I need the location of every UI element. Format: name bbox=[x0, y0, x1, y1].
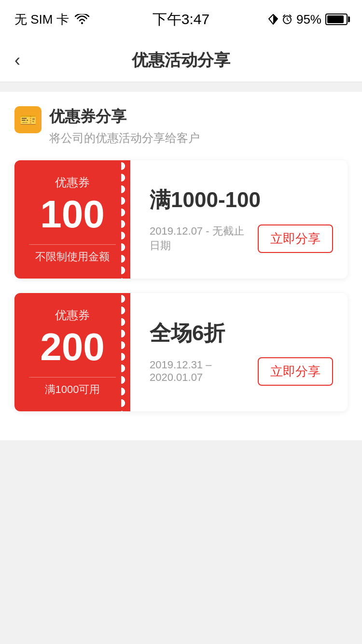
battery-fill bbox=[327, 15, 344, 23]
alarm-icon bbox=[282, 14, 292, 25]
coupon-amount-1: 100 bbox=[40, 195, 104, 234]
coupon-right-1: 满1000-100 2019.12.07 - 无截止日期 立即分享 bbox=[130, 160, 348, 279]
coupon-meta-2: 2019.12.31 – 2020.01.07 立即分享 bbox=[150, 357, 333, 386]
battery-icon bbox=[325, 14, 348, 25]
coupon-condition-2: 满1000可用 bbox=[45, 382, 100, 397]
section-title: 优惠券分享 bbox=[49, 106, 200, 127]
status-time: 下午3:47 bbox=[153, 10, 209, 29]
main-content: 🎫 优惠券分享 将公司的优惠活动分享给客户 优惠券 100 不限制使用金额 满1… bbox=[0, 82, 362, 644]
coupon-amount-2: 200 bbox=[40, 328, 104, 366]
coupon-divider-2 bbox=[29, 377, 116, 378]
coupon-left-2: 优惠券 200 满1000可用 bbox=[14, 293, 130, 411]
nav-title: 优惠活动分享 bbox=[132, 49, 230, 71]
coupon-type-2: 优惠券 bbox=[55, 308, 90, 323]
battery-percent: 95% bbox=[296, 12, 321, 27]
coupon-right-2: 全场6折 2019.12.31 – 2020.01.07 立即分享 bbox=[130, 293, 348, 411]
section-divider bbox=[0, 82, 362, 92]
coupon-title-2: 全场6折 bbox=[150, 319, 333, 348]
wifi-icon bbox=[75, 14, 89, 25]
nav-bar: ‹ 优惠活动分享 bbox=[0, 39, 362, 82]
coupon-date-2: 2019.12.31 – 2020.01.07 bbox=[150, 359, 253, 384]
coupon-type-1: 优惠券 bbox=[55, 175, 90, 190]
coupon-condition-1: 不限制使用金额 bbox=[35, 250, 110, 264]
back-button[interactable]: ‹ bbox=[14, 50, 20, 70]
share-button-1[interactable]: 立即分享 bbox=[258, 224, 333, 253]
status-right: 95% bbox=[268, 12, 348, 27]
carrier-text: 无 SIM 卡 bbox=[14, 11, 69, 28]
coupon-title-1: 满1000-100 bbox=[150, 186, 333, 214]
section-description: 将公司的优惠活动分享给客户 bbox=[49, 130, 200, 146]
coupon-divider-1 bbox=[29, 244, 116, 245]
coupon-card-1: 优惠券 100 不限制使用金额 满1000-100 2019.12.07 - 无… bbox=[14, 160, 348, 279]
coupon-left-1: 优惠券 100 不限制使用金额 bbox=[14, 160, 130, 279]
status-bar: 无 SIM 卡 下午3:47 95% bbox=[0, 0, 362, 39]
status-left: 无 SIM 卡 bbox=[14, 11, 89, 28]
content-area: 🎫 优惠券分享 将公司的优惠活动分享给客户 优惠券 100 不限制使用金额 满1… bbox=[0, 92, 362, 440]
svg-point-0 bbox=[81, 22, 83, 24]
coupon-date-1: 2019.12.07 - 无截止日期 bbox=[150, 224, 253, 253]
coupon-section-icon: 🎫 bbox=[14, 106, 42, 133]
section-text: 优惠券分享 将公司的优惠活动分享给客户 bbox=[49, 106, 200, 146]
location-icon bbox=[268, 14, 278, 25]
coupon-meta-1: 2019.12.07 - 无截止日期 立即分享 bbox=[150, 224, 333, 253]
share-button-2[interactable]: 立即分享 bbox=[258, 357, 333, 386]
section-header: 🎫 优惠券分享 将公司的优惠活动分享给客户 bbox=[14, 106, 348, 146]
coupon-card-2: 优惠券 200 满1000可用 全场6折 2019.12.31 – 2020.0… bbox=[14, 293, 348, 411]
bottom-area bbox=[0, 440, 362, 644]
